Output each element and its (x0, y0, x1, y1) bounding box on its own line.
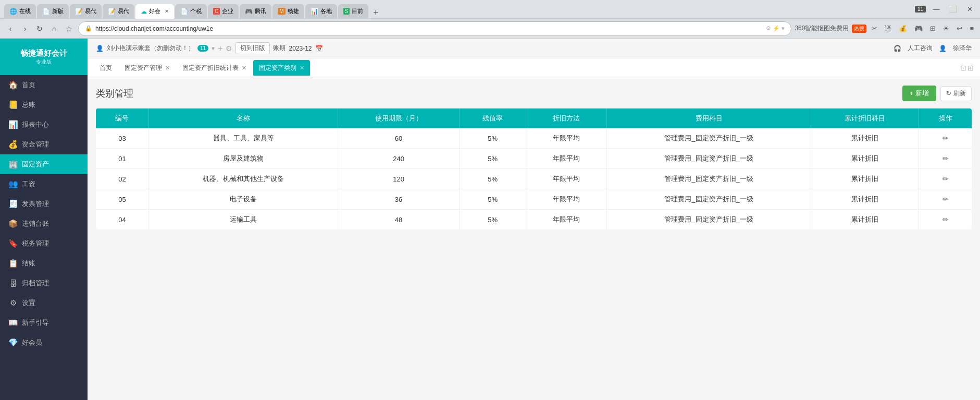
col-header-accum: 累计折旧科目 (811, 108, 919, 128)
sidebar-item-invoices[interactable]: 🧾 发票管理 (0, 194, 88, 214)
browser-tab-9[interactable]: 📊 各地 (305, 4, 337, 19)
close-window-button[interactable]: ✕ (963, 3, 976, 16)
app-wrapper: 畅捷通好会计 专业版 🏠 首页 📒 总账 📊 报表中心 💰 资金管理 🏢 (0, 39, 980, 400)
reports-icon: 📊 (8, 120, 18, 129)
cell-accum-1: 累计折旧 (811, 149, 919, 169)
sidebar-item-inventory[interactable]: 📦 进销台账 (0, 214, 88, 234)
tab-expand-icon[interactable]: ⊞ (967, 64, 974, 72)
browser-window-controls: 11 — ⬜ ✕ (915, 0, 976, 19)
sidebar-item-closing[interactable]: 📋 结账 (0, 253, 88, 273)
cell-id-3: 05 (96, 189, 148, 210)
support-label[interactable]: 人工咨询 (908, 44, 933, 53)
game-icon[interactable]: 🎮 (912, 23, 925, 33)
username-label: 徐泽华 (953, 44, 972, 53)
browser-tab-3[interactable]: 📝 易代 (103, 4, 134, 19)
cell-method-4: 年限平均 (526, 210, 607, 230)
translate-icon[interactable]: 译 (883, 23, 894, 34)
switch-version-button[interactable]: 切到旧版 (235, 42, 270, 54)
edit-icon-4[interactable]: ✏ (942, 215, 949, 224)
browser-tab-7[interactable]: 🎮 腾讯 (240, 4, 271, 19)
settings-gear-icon[interactable]: ⚙ (226, 44, 232, 53)
col-header-rate: 残值率 (459, 108, 526, 128)
tab-asset-category[interactable]: 固定资产类别 ✕ (253, 60, 310, 76)
user-info: 👤 刘小艳演示账套（勿删勿动！） 11 ▾ + ⚙ 切到旧版 账期 2023-1… (96, 42, 887, 54)
maximize-button[interactable]: ⬜ (947, 3, 959, 16)
sidebar-item-funds[interactable]: 💰 资金管理 (0, 135, 88, 154)
sidebar-item-tutorial[interactable]: 📖 新手引导 (0, 313, 88, 333)
sidebar-item-ledger[interactable]: 📒 总账 (0, 95, 88, 115)
edit-icon-2[interactable]: ✏ (942, 175, 949, 183)
cell-action-1: ✏ (919, 149, 972, 169)
home-icon: 🏠 (8, 80, 18, 90)
tab-close-4[interactable]: ✕ (165, 8, 169, 14)
browser-tab-5[interactable]: 📄 个税 (175, 4, 207, 19)
sidebar-item-fixed-assets[interactable]: 🏢 固定资产 (0, 154, 88, 174)
home-button[interactable]: ⌂ (48, 22, 60, 35)
user-dropdown-icon[interactable]: ▾ (212, 45, 215, 52)
sidebar-item-archive[interactable]: 🗄 归档管理 (0, 273, 88, 293)
add-button[interactable]: + (218, 44, 222, 53)
browser-chrome: 🌐 在线 📄 新版 📝 易代 📝 易代 ☁ 好会 ✕ 📄 个税 C 企业 (0, 0, 980, 19)
sidebar-item-reports[interactable]: 📊 报表中心 (0, 115, 88, 135)
cell-id-4: 04 (96, 210, 148, 230)
bookmark-button[interactable]: ☆ (63, 22, 75, 35)
refresh-button[interactable]: ↻ 刷新 (940, 86, 972, 101)
top-bar: 👤 刘小艳演示账套（勿删勿动！） 11 ▾ + ⚙ 切到旧版 账期 2023-1… (88, 39, 980, 58)
col-header-expense: 费用科目 (606, 108, 811, 128)
forward-button[interactable]: › (19, 22, 31, 35)
grid-icon[interactable]: ⊞ (928, 23, 938, 33)
notification-count: 11 (197, 45, 208, 52)
cell-period-3: 36 (338, 189, 460, 210)
browser-tab-2[interactable]: 📝 易代 (70, 4, 102, 19)
new-tab-button[interactable]: + (369, 6, 382, 19)
tab-fixed-asset-mgmt[interactable]: 固定资产管理 ✕ (119, 60, 176, 76)
ledger-icon: 📒 (8, 100, 18, 110)
badge-count: 11 (915, 6, 926, 13)
edit-icon-3[interactable]: ✏ (942, 195, 949, 203)
tab-close-depreciation-stat[interactable]: ✕ (242, 65, 246, 71)
tab-depreciation-stat[interactable]: 固定资产折旧统计表 ✕ (177, 60, 252, 76)
period-label: 账期 (273, 44, 286, 53)
sidebar-item-tax[interactable]: 🔖 税务管理 (0, 234, 88, 253)
coin-icon[interactable]: 💰 (897, 23, 909, 33)
logo-title: 畅捷通好会计 (20, 49, 67, 58)
sidebar-item-settings[interactable]: ⚙ 设置 (0, 293, 88, 313)
sidebar-item-salary[interactable]: 👥 工资 (0, 174, 88, 194)
sidebar-item-home[interactable]: 🏠 首页 (0, 75, 88, 95)
cell-accum-0: 累计折旧 (811, 128, 919, 149)
cell-expense-1: 管理费用_固定资产折旧_一级 (606, 149, 811, 169)
browser-tab-10[interactable]: S 目前 (338, 4, 369, 19)
edit-icon-0[interactable]: ✏ (942, 134, 949, 142)
cell-id-0: 03 (96, 128, 148, 149)
calendar-icon[interactable]: 📅 (315, 45, 323, 52)
tab-shrink-icon[interactable]: ⊡ (960, 64, 966, 72)
minimize-button[interactable]: — (930, 3, 942, 16)
browser-tab-4[interactable]: ☁ 好会 ✕ (135, 4, 174, 19)
reload-button[interactable]: ↻ (33, 22, 46, 35)
browser-tab-8[interactable]: M 畅捷 (272, 4, 304, 19)
edit-icon-1[interactable]: ✏ (942, 154, 949, 163)
browser-tab-1[interactable]: 📄 新版 (37, 4, 69, 19)
cell-action-4: ✏ (919, 210, 972, 230)
add-category-button[interactable]: + 新增 (902, 86, 936, 101)
page-tabs-bar: 首页 固定资产管理 ✕ 固定资产折旧统计表 ✕ 固定资产类别 ✕ ⊡ ⊞ (88, 58, 980, 77)
cell-rate-2: 5% (459, 169, 526, 189)
cell-id-2: 02 (96, 169, 148, 189)
browser-tab-6[interactable]: C 企业 (208, 4, 239, 19)
cell-id-1: 01 (96, 149, 148, 169)
address-bar[interactable]: 🔒 https://cloud.chanjet.com/accounting/u… (78, 21, 791, 36)
tab-close-fixed-asset-mgmt[interactable]: ✕ (165, 65, 170, 71)
sidebar-item-membership[interactable]: 💎 好会员 (0, 333, 88, 353)
tab-close-asset-category[interactable]: ✕ (300, 65, 304, 71)
undo-icon[interactable]: ↩ (954, 23, 964, 33)
logo-sub: 专业版 (36, 58, 52, 66)
browser-tab-0[interactable]: 🌐 在线 (4, 4, 36, 19)
refresh-icon: ↻ (946, 90, 951, 97)
brightness-icon[interactable]: ☀ (941, 23, 951, 33)
back-button[interactable]: ‹ (4, 22, 17, 35)
menu-icon[interactable]: ≡ (967, 23, 976, 33)
support-icon: 🎧 (894, 45, 901, 52)
tab-home[interactable]: 首页 (94, 60, 118, 76)
scissors-icon[interactable]: ✂ (870, 23, 879, 33)
sidebar-nav: 🏠 首页 📒 总账 📊 报表中心 💰 资金管理 🏢 固定资产 👥 工资 (0, 75, 88, 400)
